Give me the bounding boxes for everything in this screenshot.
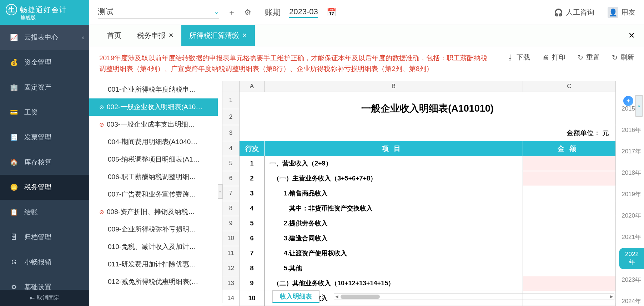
year-item[interactable]: 2021年 <box>619 226 644 248</box>
company-select[interactable]: 测试⌄ <box>98 6 219 19</box>
cell-line-no[interactable]: 7 <box>240 246 265 261</box>
cell-line-no[interactable]: 1 <box>240 156 265 171</box>
form-list-item[interactable]: 011-研发费用加计扣除优惠… <box>89 256 218 273</box>
cell-item[interactable]: （二）其他业务收入（10+12+13+14+15） <box>265 276 523 291</box>
close-icon[interactable]: ✕ <box>242 32 247 39</box>
settings-button[interactable]: ⚙ <box>244 8 251 17</box>
form-list-item[interactable]: 007-广告费和业务宣传费跨… <box>89 186 218 203</box>
sidebar-unpin[interactable]: ⇤取消固定 <box>0 290 89 306</box>
form-list-item[interactable]: ⊘003-一般企业成本支出明细… <box>89 116 218 133</box>
form-list-item[interactable]: ⊘008-资产折旧、摊销及纳税… <box>89 203 218 221</box>
cell-item[interactable]: 1.销售商品收入 <box>265 186 523 201</box>
cell-amount[interactable] <box>523 276 616 291</box>
nav-inventory[interactable]: 🏠库存核算 <box>0 150 89 175</box>
sheet-menu-icon[interactable]: ⋮ <box>320 293 326 300</box>
sheet-tab[interactable]: 收入明细表 <box>272 290 320 303</box>
cell-line-no[interactable]: 3 <box>240 186 265 201</box>
year-item[interactable]: 2019年 <box>619 184 644 205</box>
form-list-item[interactable]: 010-免税、减计收入及加计… <box>89 238 218 256</box>
cell-item[interactable]: 其中：非货币性资产交换收入 <box>265 201 523 216</box>
horizontal-scrollbar[interactable]: ◀▶ <box>334 294 614 300</box>
cell-amount[interactable] <box>523 231 616 246</box>
form-list-item[interactable]: 009-企业所得税弥补亏损明… <box>89 221 218 238</box>
year-item[interactable]: 2023年 <box>619 269 644 291</box>
cell-line-no[interactable]: 9 <box>240 276 265 291</box>
calendar-icon[interactable]: 📅 <box>327 8 336 17</box>
nav-report-center[interactable]: 📈云报表中心‹ <box>0 25 89 50</box>
cell-amount[interactable] <box>523 216 616 231</box>
cell-amount[interactable] <box>523 171 616 186</box>
tab-tax-filing[interactable]: 税务申报✕ <box>129 25 181 46</box>
cell-item[interactable]: （一）主营业务收入（3+5+6+7+8） <box>265 171 523 186</box>
reset-button[interactable]: ↻重置 <box>578 53 600 62</box>
nav-tax-mgmt[interactable]: 🪙税务管理 <box>0 175 89 200</box>
cell-amount[interactable] <box>523 186 616 201</box>
scroll-left-icon[interactable]: ◀ <box>334 294 339 299</box>
row-header[interactable]: 3 <box>222 125 240 141</box>
cell-line-no[interactable]: 4 <box>240 201 265 216</box>
cell-amount[interactable] <box>523 201 616 216</box>
year-item[interactable]: 2018年 <box>619 162 644 184</box>
cell-item[interactable]: 3.建造合同收入 <box>265 231 523 246</box>
close-all-tabs[interactable]: ✕ <box>619 31 644 40</box>
cell-item[interactable]: 一、营业收入（2+9） <box>265 156 523 171</box>
float-assistant-icon[interactable]: ✦ <box>623 96 633 106</box>
row-header[interactable]: 9 <box>222 216 240 231</box>
row-header[interactable]: 2 <box>222 109 240 125</box>
year-item[interactable]: 2016年 <box>619 119 644 141</box>
scroll-thumb[interactable] <box>341 295 380 299</box>
cell-line-no[interactable]: 8 <box>240 261 265 276</box>
cell-line-no[interactable]: 5 <box>240 216 265 231</box>
nav-invoice-mgmt[interactable]: 🧾发票管理 <box>0 125 89 150</box>
nav-closing[interactable]: 📋结账 <box>0 200 89 225</box>
row-header[interactable]: 10 <box>222 231 240 246</box>
nav-archive[interactable]: 🗄归档管理 <box>0 225 89 250</box>
row-header[interactable]: 8 <box>222 201 240 216</box>
cell-amount[interactable] <box>523 156 616 171</box>
cell-amount[interactable] <box>523 261 616 276</box>
form-list-item[interactable]: ⊘002-一般企业收入明细表(A10… <box>89 98 218 116</box>
nav-salary[interactable]: 💳工资 <box>0 100 89 125</box>
cell-item[interactable]: 5.其他 <box>265 261 523 276</box>
cell-item[interactable]: 4.让渡资产使用权收入 <box>265 246 523 261</box>
col-header-a[interactable]: A <box>240 81 265 92</box>
row-header[interactable]: 11 <box>222 246 240 261</box>
cell-item[interactable]: 2.提供劳务收入 <box>265 216 523 231</box>
col-header-b[interactable]: B <box>265 81 523 92</box>
form-list-item[interactable]: 001-企业所得税年度纳税申… <box>89 81 218 98</box>
year-item[interactable]: 2020年 <box>619 205 644 226</box>
nav-fixed-assets[interactable]: 🏢固定资产 <box>0 75 89 100</box>
cell-amount[interactable] <box>523 246 616 261</box>
row-header[interactable]: 1 <box>222 92 240 109</box>
year-item[interactable]: 2022年 <box>619 248 644 269</box>
nav-reimburse[interactable]: G小畅报销 <box>0 250 89 275</box>
tab-home[interactable]: 首页 <box>99 25 129 46</box>
period-value[interactable]: 2023-03 <box>289 7 318 18</box>
row-header[interactable]: 5 <box>222 156 240 171</box>
cell-line-no[interactable]: 6 <box>240 231 265 246</box>
year-item[interactable]: 2024年 <box>619 291 644 306</box>
collapse-handle[interactable]: « <box>218 184 223 199</box>
col-header-c[interactable]: C <box>523 81 616 92</box>
download-button[interactable]: ⭳下载 <box>507 53 530 62</box>
form-list-item[interactable]: 006-职工薪酬纳税调整明细… <box>89 168 218 186</box>
row-header[interactable]: 12 <box>222 261 240 276</box>
year-expand-handle[interactable]: » <box>635 95 643 117</box>
print-button[interactable]: 🖨打印 <box>542 53 565 62</box>
year-item[interactable]: 2017年 <box>619 141 644 162</box>
refresh-button[interactable]: ↻刷新 <box>612 53 634 62</box>
support-link[interactable]: 🎧人工咨询 <box>554 7 594 17</box>
form-list-item[interactable]: 005-纳税调整项目明细表(A1… <box>89 151 218 168</box>
form-list-item[interactable]: 012-减免所得税优惠明细表(… <box>89 273 218 291</box>
row-header[interactable]: 4 <box>222 141 240 156</box>
row-header[interactable]: 6 <box>222 171 240 186</box>
row-header[interactable]: 13 <box>222 276 240 291</box>
user-menu[interactable]: 👤用友 <box>608 7 635 18</box>
row-header[interactable]: 7 <box>222 186 240 201</box>
form-list-item[interactable]: 004-期间费用明细表(A1040… <box>89 133 218 151</box>
nav-fund-mgmt[interactable]: 💰资金管理 <box>0 50 89 75</box>
scroll-right-icon[interactable]: ▶ <box>609 294 614 299</box>
add-button[interactable]: ＋ <box>228 7 236 18</box>
close-icon[interactable]: ✕ <box>168 32 173 39</box>
cell-line-no[interactable]: 2 <box>240 171 265 186</box>
